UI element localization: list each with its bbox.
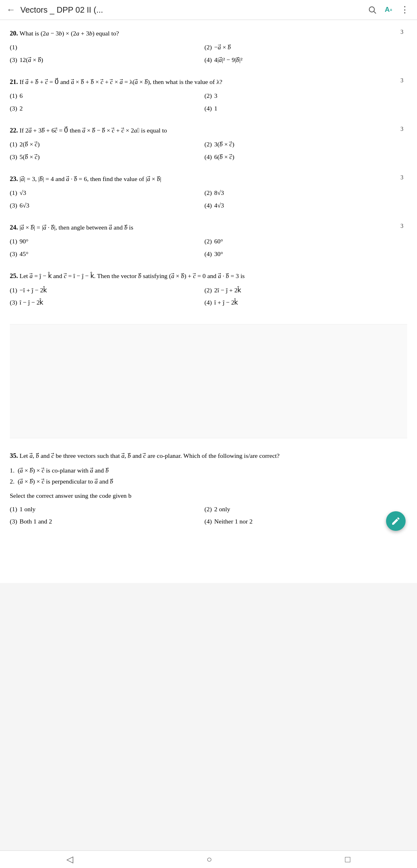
- option-item[interactable]: (4) î + ĵ − 2k̂: [204, 297, 391, 308]
- q22-number: 22.: [10, 127, 18, 134]
- back-button[interactable]: ←: [7, 4, 15, 15]
- search-icon[interactable]: [367, 4, 378, 15]
- option-label: (3): [10, 516, 17, 527]
- q24-text: |a⃗ × b⃗| = |a⃗ · b⃗|, then angle betwee…: [20, 224, 133, 231]
- option-value: 12(a⃗ × b⃗): [20, 55, 43, 65]
- option-value: î + ĵ − 2k̂: [214, 297, 238, 308]
- option-item[interactable]: (4) 4√3: [204, 200, 391, 211]
- nav-home-icon[interactable]: ○: [206, 854, 212, 865]
- option-value: 4|a⃗|² − 9|b⃗|²: [214, 55, 242, 65]
- option-label: (1): [10, 504, 17, 515]
- option-value: 2 only: [214, 504, 230, 515]
- option-value: 90°: [20, 236, 29, 247]
- q24-options: (1) 90° (2) 60° (3) 45° (4) 30°: [10, 236, 391, 259]
- option-label: (4): [204, 516, 212, 527]
- option-label: (2): [204, 236, 212, 247]
- q23-options: (1) √3 (2) 8√3 (3) 6√3 (4) 4√3: [10, 188, 391, 211]
- nav-home[interactable]: ○: [206, 854, 212, 865]
- option-item[interactable]: (3) 5(b⃗ × c⃗): [10, 152, 196, 162]
- option-item[interactable]: (2) −a⃗ × b⃗: [204, 42, 391, 53]
- option-item[interactable]: (3) î − ĵ − 2k̂: [10, 297, 196, 308]
- option-value: 2î − ĵ + 2k̂: [214, 285, 241, 296]
- option-label: (3): [10, 152, 17, 162]
- page-title: Vectors _ DPP 02 II (...: [20, 5, 362, 15]
- q20-options: (1) 0⃗ (2) −a⃗ × b⃗ (3) 12(a⃗ × b⃗) (4) …: [10, 42, 391, 65]
- option-label: (4): [204, 297, 212, 308]
- option-item[interactable]: (2) 60°: [204, 236, 391, 247]
- option-label: (3): [10, 249, 17, 259]
- option-value: 3: [214, 91, 217, 101]
- option-value: 6(b⃗ × c⃗): [214, 152, 234, 162]
- option-item[interactable]: (1) 6: [10, 91, 196, 101]
- option-label: (4): [204, 55, 212, 65]
- option-value: Both 1 and 2: [20, 516, 52, 527]
- option-item[interactable]: (2) 2 only: [204, 504, 391, 515]
- q22-text: If 2a⃗ + 3b⃗ + 6c⃗ = 0⃗ then a⃗ × b⃗ − b…: [20, 127, 167, 134]
- q35-item-2: 2. (a⃗ × b⃗) × c⃗ is perpendicular to a⃗…: [10, 476, 391, 487]
- option-item[interactable]: (4) 30°: [204, 249, 391, 259]
- q21-options: (1) 6 (2) 3 (3) 2 (4) 1: [10, 91, 391, 114]
- option-value: 6: [20, 91, 23, 101]
- option-item[interactable]: (1) √3: [10, 188, 196, 198]
- option-value: 1: [214, 103, 217, 114]
- option-item[interactable]: (1) 1 only: [10, 504, 196, 515]
- nav-back[interactable]: ◁: [66, 854, 73, 865]
- q22-options: (1) 2(b⃗ × c⃗) (2) 3(b⃗ × c⃗) (3) 5(b⃗ ×…: [10, 139, 391, 162]
- option-value: 1 only: [20, 504, 35, 515]
- question-24: 24. |a⃗ × b⃗| = |a⃗ · b⃗|, then angle be…: [10, 222, 407, 259]
- option-item[interactable]: (3) 45°: [10, 249, 196, 259]
- nav-recents-icon[interactable]: □: [345, 854, 350, 865]
- option-item[interactable]: (1) 2(b⃗ × c⃗): [10, 139, 196, 150]
- main-content: 20. What is (2a − 3b) × (2a + 3b) equal …: [0, 20, 417, 583]
- q35-options: (1) 1 only (2) 2 only (3) Both 1 and 2 (…: [10, 504, 391, 527]
- option-item[interactable]: (4) 6(b⃗ × c⃗): [204, 152, 391, 162]
- option-item[interactable]: (3) 6√3: [10, 200, 196, 211]
- option-item[interactable]: (2) 2î − ĵ + 2k̂: [204, 285, 391, 296]
- option-label: (2): [204, 91, 212, 101]
- option-item[interactable]: (4) 1: [204, 103, 391, 114]
- option-label: (4): [204, 200, 212, 211]
- right-accent-label: 3: [397, 174, 406, 181]
- option-value: 6√3: [20, 200, 29, 211]
- option-label: (2): [204, 285, 212, 296]
- top-bar: ← Vectors _ DPP 02 II (... A+ ⋮: [0, 0, 417, 20]
- option-item[interactable]: (1) 90°: [10, 236, 196, 247]
- option-item[interactable]: (4) 4|a⃗|² − 9|b⃗|²: [204, 55, 391, 65]
- option-item[interactable]: (3) 2: [10, 103, 196, 114]
- edit-fab-button[interactable]: [386, 511, 406, 531]
- option-label: (3): [10, 297, 17, 308]
- right-accent-label: 3: [397, 29, 406, 35]
- option-label: (2): [204, 139, 212, 150]
- option-item[interactable]: (2) 8√3: [204, 188, 391, 198]
- q35-text: Let a⃗, b⃗ and c⃗ be three vectors such …: [20, 452, 279, 459]
- option-value: 60°: [214, 236, 223, 247]
- more-options-icon[interactable]: ⋮: [399, 4, 410, 15]
- option-value: √3: [20, 188, 26, 198]
- q23-number: 23.: [10, 175, 18, 182]
- option-item[interactable]: (1) −î + ĵ − 2k̂: [10, 285, 196, 296]
- nav-recents[interactable]: □: [345, 854, 350, 865]
- option-label: (3): [10, 55, 17, 65]
- q21-text: If a⃗ + b⃗ + c⃗ = 0⃗ and a⃗ × b⃗ + b⃗ × …: [20, 78, 222, 85]
- option-label: (4): [204, 152, 212, 162]
- question-22: 22. If 2a⃗ + 3b⃗ + 6c⃗ = 0⃗ then a⃗ × b⃗…: [10, 125, 407, 162]
- option-value: 3(b⃗ × c⃗): [214, 139, 234, 150]
- option-item[interactable]: (4) Neither 1 nor 2: [204, 516, 391, 527]
- bottom-nav: ◁ ○ □: [0, 850, 417, 868]
- q25-number: 25.: [10, 272, 18, 279]
- nav-back-icon[interactable]: ◁: [66, 854, 73, 865]
- option-item[interactable]: (3) Both 1 and 2: [10, 516, 196, 527]
- svg-line-1: [374, 11, 376, 13]
- font-size-icon[interactable]: A+: [383, 4, 394, 15]
- option-label: (3): [10, 103, 17, 114]
- option-value: 8√3: [214, 188, 224, 198]
- option-value: 2: [20, 103, 23, 114]
- option-item[interactable]: (2) 3: [204, 91, 391, 101]
- option-label: (1): [10, 188, 17, 198]
- option-item[interactable]: (2) 3(b⃗ × c⃗): [204, 139, 391, 150]
- question-25: 25. Let a⃗ = ĵ − k̂ and c⃗ = î − ĵ − k̂.…: [10, 271, 407, 308]
- option-item[interactable]: (1) 0⃗: [10, 42, 196, 53]
- option-item[interactable]: (3) 12(a⃗ × b⃗): [10, 55, 196, 65]
- option-label: (2): [204, 188, 212, 198]
- option-label: (1): [10, 42, 17, 53]
